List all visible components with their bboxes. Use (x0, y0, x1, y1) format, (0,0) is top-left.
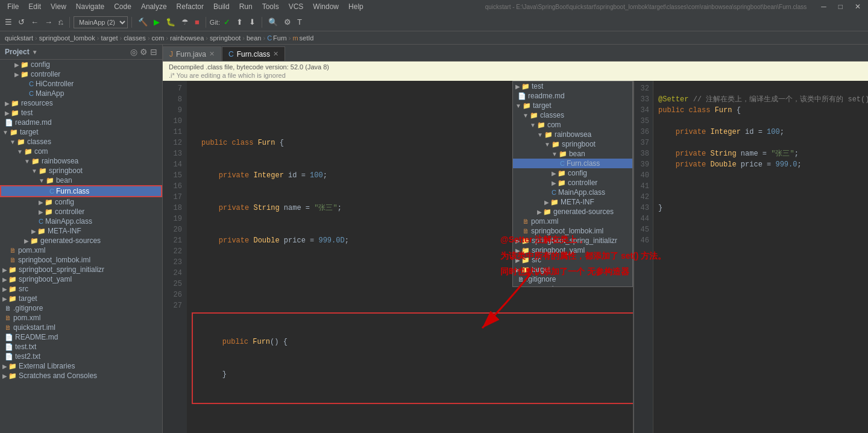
menu-analyze[interactable]: Analyze (136, 2, 172, 11)
code-editor[interactable]: 7 8 9 10 11 12 13 14 15 16 17 18 19 20 2… (163, 81, 868, 433)
tree-item-config2[interactable]: ▶ 📁 config (0, 197, 162, 207)
tree-item-furn-class[interactable]: C Furn.class (0, 185, 162, 197)
rt-classes[interactable]: ▼ 📁 classes (513, 110, 632, 120)
rt-bean[interactable]: ▼ 📁 bean (513, 149, 632, 159)
tree-item-config[interactable]: ▶ 📁 config (0, 60, 162, 69)
tab-furn-java[interactable]: J Furn.java ✕ (163, 46, 221, 61)
dropdown-arrow-icon[interactable]: ▼ (32, 49, 38, 55)
menu-window[interactable]: Window (308, 2, 344, 11)
tab-close-icon[interactable]: ✕ (209, 50, 215, 58)
toolbar-settings[interactable]: ⚙ (281, 16, 294, 28)
tree-item-classes[interactable]: ▼ 📁 classes (0, 137, 162, 147)
toolbar-translate[interactable]: T (295, 16, 304, 28)
tab-furn-class[interactable]: C Furn.class ✕ (222, 46, 285, 61)
expand-icon: ▶ (515, 83, 520, 90)
toolbar-btn-undo[interactable]: ⎌ (56, 16, 66, 28)
toolbar-stop[interactable]: ■ (192, 16, 202, 28)
tree-item-target2[interactable]: ▶ 📁 target (0, 294, 162, 303)
menu-run[interactable]: Run (234, 2, 257, 11)
toolbar-git-check[interactable]: ✓ (221, 16, 233, 28)
toolbar-search[interactable]: 🔍 (266, 16, 280, 28)
rt-config[interactable]: ▶ 📁 config (513, 168, 632, 178)
toolbar-git-fetch[interactable]: ⬇ (247, 16, 258, 28)
tree-item-rainbowsea[interactable]: ▼ 📁 rainbowsea (0, 156, 162, 166)
breadcrumb-bean[interactable]: bean (247, 34, 261, 42)
breadcrumb-com[interactable]: com (152, 34, 165, 42)
menu-edit[interactable]: Edit (24, 2, 46, 11)
toolbar-btn-forward[interactable]: → (42, 16, 55, 28)
tree-item-controller2[interactable]: ▶ 📁 controller (0, 207, 162, 216)
tree-item-src[interactable]: ▶ 📁 src (0, 284, 162, 294)
tree-item-readme[interactable]: 📄 README.md (0, 332, 162, 342)
rt-furn-class[interactable]: C Furn.class (513, 159, 632, 168)
tree-item-target[interactable]: ▼ 📁 target (0, 127, 162, 137)
tree-item-com[interactable]: ▼ 📁 com (0, 147, 162, 156)
tree-item-iml[interactable]: 🗎 springboot_lombok.iml (0, 255, 162, 265)
menu-tools[interactable]: Tools (257, 2, 284, 11)
toolbar-run[interactable]: ▶ (151, 16, 162, 28)
breadcrumb-springboot[interactable]: springboot (210, 34, 241, 42)
toolbar-btn-reload[interactable]: ↺ (16, 16, 27, 28)
expand-icon: ▼ (17, 148, 23, 155)
tab-close-icon[interactable]: ✕ (273, 50, 278, 58)
tree-item-ext-libs[interactable]: ▶ 📁 External Libraries (0, 361, 162, 371)
tree-item-mainapp-class[interactable]: C MainApp.class (0, 216, 162, 226)
sidebar-icon-expand[interactable]: ⊟ (150, 47, 157, 57)
tree-item-quickstart-iml[interactable]: 🗎 quickstart.iml (0, 323, 162, 332)
tree-item-readmemd[interactable]: 📄 readme.md (0, 118, 162, 127)
menu-navigate[interactable]: Navigate (71, 2, 109, 11)
breadcrumb-setid[interactable]: setId (300, 34, 314, 42)
toolbar-btn-1[interactable]: ☰ (2, 16, 14, 28)
tree-item-gensrc[interactable]: ▶ 📁 generated-sources (0, 236, 162, 245)
breadcrumb-rainbowsea[interactable]: rainbowsea (170, 34, 204, 42)
tree-item-bean[interactable]: ▼ 📁 bean (0, 175, 162, 185)
rt-mainapp[interactable]: C MainApp.class (513, 188, 632, 197)
menu-refactor[interactable]: Refactor (172, 2, 209, 11)
tree-item-mainapp[interactable]: C MainApp (0, 89, 162, 98)
menu-vcs[interactable]: VCS (284, 2, 309, 11)
menu-view[interactable]: View (46, 2, 71, 11)
tree-item-gitignore[interactable]: 🗎 .gitignore (0, 303, 162, 313)
rt-controller[interactable]: ▶ 📁 controller (513, 178, 632, 188)
tree-item-resources[interactable]: ▶ 📁 resources (0, 98, 162, 108)
rt-readmemd[interactable]: 📄 readme.md (513, 91, 632, 101)
breadcrumb-target[interactable]: target (101, 34, 118, 42)
tree-label: springboot_spring_initializr (19, 265, 104, 274)
run-config-dropdown[interactable]: MainApp (2) (74, 16, 128, 28)
menu-help[interactable]: Help (344, 2, 368, 11)
tree-item-pomxml2[interactable]: 🗎 pom.xml (0, 313, 162, 323)
rt-target[interactable]: ▼ 📁 target (513, 101, 632, 110)
toolbar-debug[interactable]: 🐛 (163, 16, 178, 28)
rt-gensrc[interactable]: ▶ 📁 generated-sources (513, 207, 632, 216)
rt-meta[interactable]: ▶ 📁 META-INF (513, 197, 632, 207)
rt-springboot[interactable]: ▼ 📁 springboot (513, 139, 632, 149)
tree-item-test2-txt[interactable]: 📄 test2.txt (0, 352, 162, 361)
breadcrumb-furn[interactable]: Furn (273, 34, 287, 42)
tree-item-test-txt[interactable]: 📄 test.txt (0, 342, 162, 352)
menu-file[interactable]: File (2, 2, 24, 11)
rt-com[interactable]: ▼ 📁 com (513, 120, 632, 130)
tree-item-scratches[interactable]: ▶ 📁 Scratches and Consoles (0, 371, 162, 381)
toolbar-build[interactable]: 🔨 (136, 16, 150, 28)
menu-build[interactable]: Build (209, 2, 234, 11)
rt-test[interactable]: ▶ 📁 test (513, 81, 632, 91)
tree-item-test[interactable]: ▶ 📁 test (0, 108, 162, 118)
sidebar-icon-settings[interactable]: ⚙ (140, 47, 148, 57)
tree-item-spring-init[interactable]: ▶ 📁 springboot_spring_initializr (0, 265, 162, 274)
tree-item-controller[interactable]: ▶ 📁 controller (0, 69, 162, 79)
rt-rainbowsea[interactable]: ▼ 📁 rainbowsea (513, 130, 632, 139)
sidebar-icon-locate[interactable]: ◎ (130, 47, 137, 57)
tree-item-pomxml[interactable]: 🗎 pom.xml (0, 245, 162, 255)
tree-item-hicontroller[interactable]: C HiController (0, 79, 162, 89)
menu-code[interactable]: Code (109, 2, 136, 11)
toolbar-git-push[interactable]: ⬆ (234, 16, 245, 28)
breadcrumb-lombok[interactable]: springboot_lombok (39, 34, 95, 42)
breadcrumb-quickstart[interactable]: quickstart (5, 34, 33, 42)
tree-item-metainf[interactable]: ▶ 📁 META-INF (0, 226, 162, 236)
tree-item-springboot[interactable]: ▼ 📁 springboot (0, 166, 162, 175)
breadcrumb-classes[interactable]: classes (124, 34, 146, 42)
toolbar-coverage[interactable]: ☂ (179, 16, 191, 28)
tree-item-yaml[interactable]: ▶ 📁 springboot_yaml (0, 274, 162, 284)
toolbar-btn-back[interactable]: ← (28, 16, 41, 28)
rt-pom[interactable]: 🗎 pom.xml (513, 216, 632, 226)
